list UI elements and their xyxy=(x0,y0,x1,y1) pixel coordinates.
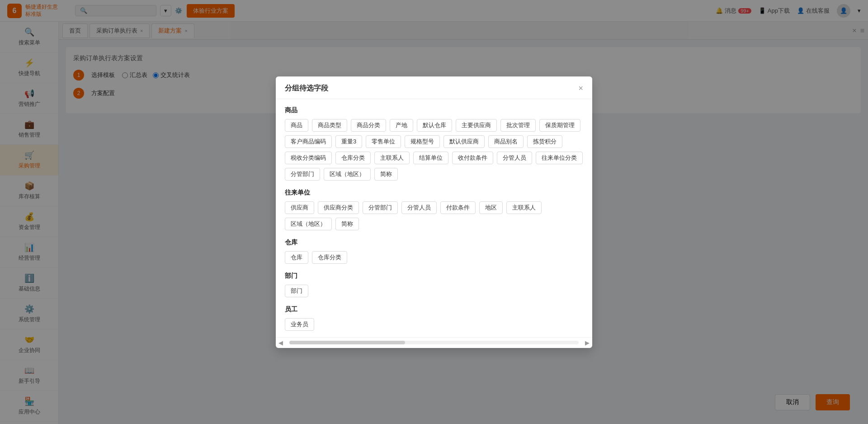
field-tag-partner-4[interactable]: 付款条件 xyxy=(440,201,476,214)
field-tag-product-5[interactable]: 主要供应商 xyxy=(456,119,497,132)
field-group-employee: 员工 业务员 xyxy=(285,305,583,331)
field-select-modal: 分组待选字段 × 商品 商品 商品类型 商品分类 产地 默认仓库 主要供应商 批… xyxy=(276,76,592,348)
field-tag-partner-6[interactable]: 主联系人 xyxy=(506,201,542,214)
field-tag-partner-0[interactable]: 供应商 xyxy=(285,201,314,214)
field-tag-product-6[interactable]: 批次管理 xyxy=(500,119,536,132)
field-tag-product-8[interactable]: 客户商品编码 xyxy=(285,135,332,148)
field-group-product: 商品 商品 商品类型 商品分类 产地 默认仓库 主要供应商 批次管理 保质期管理… xyxy=(285,106,583,181)
field-tag-product-7[interactable]: 保质期管理 xyxy=(539,119,580,132)
field-tag-warehouse-1[interactable]: 仓库分类 xyxy=(312,251,347,264)
field-tag-product-17[interactable]: 主联系人 xyxy=(374,152,410,164)
modal-header: 分组待选字段 × xyxy=(276,76,592,99)
horizontal-scrollbar[interactable] xyxy=(289,341,579,344)
field-group-warehouse: 仓库 仓库 仓库分类 xyxy=(285,238,583,264)
field-group-partner: 往来单位 供应商 供应商分类 分管部门 分管人员 付款条件 地区 主联系人 区域… xyxy=(285,189,583,230)
field-group-employee-title: 员工 xyxy=(285,305,583,314)
field-tag-product-15[interactable]: 税收分类编码 xyxy=(285,152,332,164)
field-tag-product-12[interactable]: 默认供应商 xyxy=(443,135,485,148)
field-tag-partner-2[interactable]: 分管部门 xyxy=(363,201,398,214)
field-tag-product-2[interactable]: 商品分类 xyxy=(351,119,386,132)
field-tag-product-9[interactable]: 重量3 xyxy=(335,135,362,148)
field-tags-warehouse: 仓库 仓库分类 xyxy=(285,251,583,264)
field-tag-partner-5[interactable]: 地区 xyxy=(479,201,503,214)
field-tag-product-18[interactable]: 结算单位 xyxy=(413,152,448,164)
modal-title: 分组待选字段 xyxy=(285,84,328,93)
field-group-department: 部门 部门 xyxy=(285,272,583,297)
field-tag-product-11[interactable]: 规格型号 xyxy=(405,135,440,148)
field-tags-department: 部门 xyxy=(285,285,583,297)
field-tag-product-1[interactable]: 商品类型 xyxy=(312,119,347,132)
field-tag-product-20[interactable]: 分管人员 xyxy=(497,152,532,164)
field-tag-partner-3[interactable]: 分管人员 xyxy=(401,201,437,214)
field-tag-partner-7[interactable]: 区域（地区） xyxy=(285,218,332,230)
scroll-left-arrow[interactable]: ◀ xyxy=(276,339,286,346)
field-tag-product-24[interactable]: 简称 xyxy=(374,168,398,181)
modal-horizontal-scroll: ◀ ▶ xyxy=(276,337,592,348)
modal-overlay: 分组待选字段 × 商品 商品 商品类型 商品分类 产地 默认仓库 主要供应商 批… xyxy=(0,0,868,424)
field-tag-product-3[interactable]: 产地 xyxy=(390,119,413,132)
field-group-product-title: 商品 xyxy=(285,106,583,114)
field-group-partner-title: 往来单位 xyxy=(285,189,583,197)
field-tag-partner-8[interactable]: 简称 xyxy=(335,218,359,230)
scroll-thumb xyxy=(289,341,405,344)
modal-body: 商品 商品 商品类型 商品分类 产地 默认仓库 主要供应商 批次管理 保质期管理… xyxy=(276,99,592,337)
field-tags-employee: 业务员 xyxy=(285,318,583,331)
field-group-warehouse-title: 仓库 xyxy=(285,238,583,247)
field-tag-product-19[interactable]: 收付款条件 xyxy=(452,152,493,164)
field-tag-product-22[interactable]: 分管部门 xyxy=(285,168,320,181)
field-tag-product-13[interactable]: 商品别名 xyxy=(488,135,524,148)
field-group-department-title: 部门 xyxy=(285,272,583,280)
field-tag-product-16[interactable]: 仓库分类 xyxy=(335,152,371,164)
field-tag-product-23[interactable]: 区域（地区） xyxy=(324,168,371,181)
field-tag-product-0[interactable]: 商品 xyxy=(285,119,308,132)
field-tags-partner: 供应商 供应商分类 分管部门 分管人员 付款条件 地区 主联系人 区域（地区） … xyxy=(285,201,583,230)
field-tag-partner-1[interactable]: 供应商分类 xyxy=(318,201,359,214)
field-tag-department-0[interactable]: 部门 xyxy=(285,285,308,297)
scroll-right-arrow[interactable]: ▶ xyxy=(582,339,592,346)
field-tag-product-4[interactable]: 默认仓库 xyxy=(417,119,452,132)
field-tag-employee-0[interactable]: 业务员 xyxy=(285,318,314,331)
modal-close-button[interactable]: × xyxy=(578,84,583,92)
field-tag-product-14[interactable]: 拣货积分 xyxy=(527,135,562,148)
field-tag-product-10[interactable]: 零售单位 xyxy=(366,135,401,148)
field-tags-product: 商品 商品类型 商品分类 产地 默认仓库 主要供应商 批次管理 保质期管理 客户… xyxy=(285,119,583,181)
field-tag-product-21[interactable]: 往来单位分类 xyxy=(536,152,583,164)
field-tag-warehouse-0[interactable]: 仓库 xyxy=(285,251,308,264)
